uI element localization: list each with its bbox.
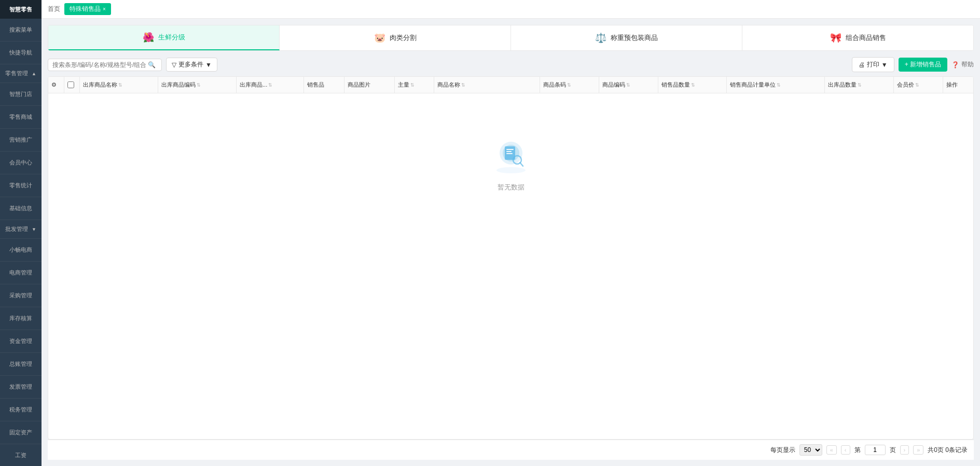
col-sales-product: 销售品	[303, 77, 344, 93]
prev-page-button[interactable]: ‹	[841, 445, 850, 455]
sidebar-item-purchase-mgmt[interactable]: 采购管理	[0, 284, 42, 307]
sort-icon[interactable]: ⇅	[858, 83, 862, 88]
tab-label: 生鲜分级	[158, 33, 185, 42]
col-label: 商品条码	[543, 81, 566, 89]
first-page-button[interactable]: «	[826, 445, 837, 455]
sort-icon[interactable]: ⇅	[461, 83, 465, 88]
col-out-qty: 出库品数量 ⇅	[825, 77, 894, 93]
col-checkbox[interactable]	[64, 77, 79, 93]
per-page-select[interactable]: 50	[799, 444, 822, 456]
col-member-price: 会员价 ⇅	[893, 77, 943, 93]
svg-rect-4	[506, 149, 514, 150]
col-label: 销售品	[307, 81, 324, 89]
tab-meat-cut[interactable]: 🐷 肉类分割	[280, 25, 511, 50]
sort-icon[interactable]: ⇅	[915, 83, 919, 88]
category-tabs: 🌺 生鲜分级 🐷 肉类分割 ⚖️ 称重预包装商品 🎀 组合商品销售	[48, 25, 974, 51]
sidebar-item-retail-mall[interactable]: 零售商城	[0, 106, 42, 129]
sidebar-item-search[interactable]: 搜索菜单	[0, 19, 42, 42]
sidebar-item-label: 搜索菜单	[9, 26, 32, 34]
sidebar-item-label: 小畅电商	[9, 246, 32, 254]
col-sales-qty: 销售品数量 ⇅	[658, 77, 727, 93]
sidebar-item-sales-promo[interactable]: 营销推广	[0, 129, 42, 152]
col-label: 出库品数量	[828, 81, 857, 89]
next-page-button[interactable]: ›	[900, 445, 909, 455]
sidebar-item-mini-ecom[interactable]: 小畅电商	[0, 239, 42, 262]
search-input[interactable]	[52, 61, 146, 68]
col-barcode: 商品条码 ⇅	[540, 77, 599, 93]
col-label: 销售品数量	[661, 81, 690, 89]
sidebar-item-label: 税务管理	[9, 406, 32, 414]
sort-icon[interactable]: ⇅	[268, 83, 272, 88]
tab-combo-sales[interactable]: 🎀 组合商品销售	[742, 25, 973, 50]
select-all-checkbox[interactable]	[67, 81, 74, 88]
print-button[interactable]: 🖨 打印 ▼	[852, 57, 894, 72]
active-tab-label: 特殊销售品	[70, 5, 101, 13]
col-label: 出库商品编码	[161, 81, 196, 89]
active-tab[interactable]: 特殊销售品 ×	[64, 3, 111, 15]
col-product-image: 商品图片	[344, 77, 394, 93]
topbar: 首页 特殊销售品 ×	[42, 0, 980, 19]
svg-point-0	[496, 167, 526, 173]
col-label: 商品图片	[348, 81, 370, 89]
sidebar-item-inventory[interactable]: 库存核算	[0, 307, 42, 330]
sort-icon[interactable]: ⇅	[567, 83, 571, 88]
search-box[interactable]: 🔍	[48, 59, 162, 71]
sidebar-item-invoice-mgmt[interactable]: 发票管理	[0, 376, 42, 399]
sort-icon[interactable]: ⇅	[626, 83, 630, 88]
sidebar-item-label: 总账管理	[9, 360, 32, 368]
sidebar-item-basic-info[interactable]: 基础信息	[0, 197, 42, 220]
col-label: 会员价	[897, 81, 914, 89]
sort-icon[interactable]: ⇅	[118, 83, 122, 88]
sidebar-item-tax-mgmt[interactable]: 税务管理	[0, 399, 42, 421]
last-page-button[interactable]: »	[913, 445, 923, 455]
filter-icon: ▽	[172, 61, 176, 68]
search-icon[interactable]: 🔍	[148, 61, 156, 68]
sort-icon[interactable]: ⇅	[197, 83, 201, 88]
sidebar-item-ecom-mgmt[interactable]: 电商管理	[0, 262, 42, 284]
page-number-input[interactable]	[865, 445, 886, 455]
sidebar-item-retail-stats[interactable]: 零售统计	[0, 174, 42, 197]
print-label: 打印	[867, 60, 879, 69]
sidebar-item-members[interactable]: 会员中心	[0, 152, 42, 174]
sidebar-item-label: 固定资产	[9, 429, 32, 436]
col-settings[interactable]: ⚙	[48, 77, 64, 93]
chevron-down-icon: ▲	[32, 71, 36, 76]
tab-weigh-pack[interactable]: ⚖️ 称重预包装商品	[511, 25, 742, 50]
sort-icon[interactable]: ⇅	[777, 83, 781, 88]
empty-text: 暂无数据	[498, 183, 524, 192]
sidebar-item-label: 快捷导航	[9, 49, 32, 57]
tab-fresh-grading[interactable]: 🌺 生鲜分级	[48, 25, 280, 50]
home-link[interactable]: 首页	[48, 5, 60, 13]
sidebar-item-label: 智慧门店	[9, 90, 32, 98]
filter-button[interactable]: ▽ 更多条件 ▼	[166, 58, 217, 72]
toolbar-left: 🔍 ▽ 更多条件 ▼	[48, 58, 217, 72]
chevron-down-icon: ▼	[32, 227, 36, 232]
weigh-pack-icon: ⚖️	[595, 32, 606, 44]
sidebar-item-general-ledger[interactable]: 总账管理	[0, 353, 42, 376]
help-button[interactable]: ❓ 帮助	[951, 60, 974, 69]
col-out-product-code: 出库商品编码 ⇅	[158, 77, 236, 93]
sidebar-item-quick-nav[interactable]: 快捷导航	[0, 42, 42, 64]
sidebar-item-fixed-assets[interactable]: 固定资产	[0, 421, 42, 444]
sidebar-item-finance[interactable]: 资金管理	[0, 330, 42, 353]
sidebar-item-retail-mgmt[interactable]: 零售管理 ▲	[0, 64, 42, 83]
sidebar-item-label: 批发管理	[5, 225, 28, 233]
empty-data-illustration	[490, 135, 532, 176]
sidebar-item-smart-store[interactable]: 智慧门店	[0, 83, 42, 106]
sort-icon[interactable]: ⇅	[410, 83, 415, 88]
sidebar-item-label: 电商管理	[9, 269, 32, 277]
col-label: 出库商品名称	[83, 81, 117, 89]
add-product-button[interactable]: + 新增销售品	[899, 58, 947, 72]
sidebar-item-wages[interactable]: 工资	[0, 444, 42, 466]
content-area: 🌺 生鲜分级 🐷 肉类分割 ⚖️ 称重预包装商品 🎀 组合商品销售 🔍	[42, 19, 980, 466]
tab-label: 肉类分割	[390, 33, 417, 43]
col-out-product-extra: 出库商品... ⇅	[237, 77, 303, 93]
sidebar-item-label: 零售统计	[9, 182, 32, 189]
col-label: 主量	[398, 81, 409, 89]
col-product-name: 商品名称 ⇅	[434, 77, 540, 93]
sort-icon[interactable]: ⇅	[691, 83, 695, 88]
close-tab-icon[interactable]: ×	[103, 6, 106, 12]
sidebar-item-wholesale-mgmt[interactable]: 批发管理 ▼	[0, 220, 42, 239]
sidebar-item-label: 资金管理	[9, 337, 32, 345]
page-prefix-label: 第	[854, 446, 861, 455]
